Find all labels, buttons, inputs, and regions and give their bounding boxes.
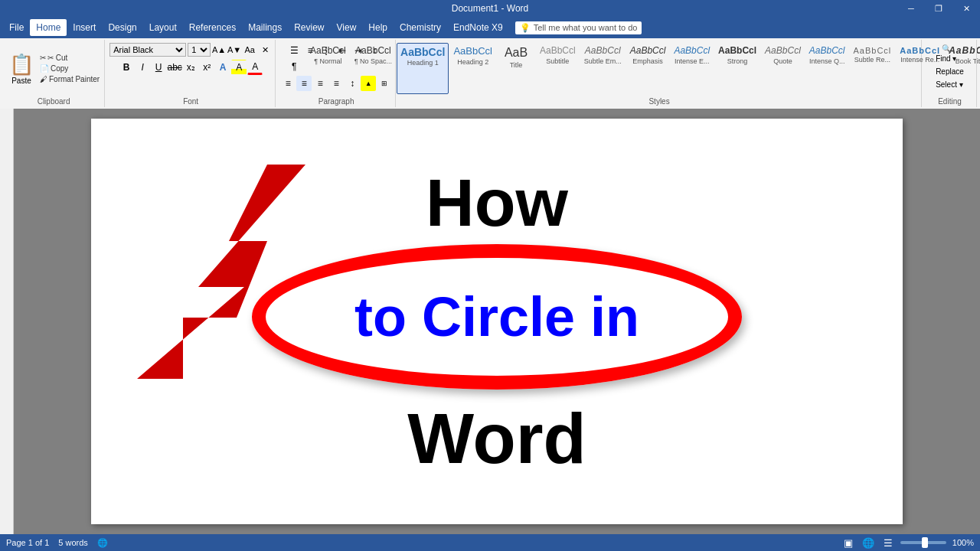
show-formatting-button[interactable]: ¶ [286,59,302,74]
ribbon: 📋 Paste ✂ ✂ Cut 📄 Copy 🖌 Format Painter [0,38,980,111]
increase-font-button[interactable]: A▲ [212,43,226,57]
find-button[interactable]: 🔍 Find ▾ [933,43,959,64]
font-color-button[interactable]: A [247,60,263,75]
font-label: Font [183,97,198,106]
restore-button[interactable]: ❐ [925,0,952,17]
style-no-spacing[interactable]: AaBbCcl ¶ No Spac... [351,43,396,94]
copy-button[interactable]: 📄 Copy [38,64,101,73]
paste-label: Paste [11,77,31,85]
print-layout-button[interactable]: ▣ [842,537,854,549]
font-size-selector[interactable]: 1 [188,43,211,57]
status-right: ▣ 🌐 ☰ 100% [842,537,974,549]
style-intense-quote[interactable]: AaBbCcl Intense Q... [805,43,849,94]
style-subtle-ref[interactable]: AaBbCcl Subtle Re... [849,43,895,94]
bullets-button[interactable]: ☰ [286,43,302,58]
word-text: Word [407,403,586,474]
style-emphasis[interactable]: AaBbCcl Emphasis [626,43,670,94]
language-icon: 🌐 [97,538,108,548]
zoom-level: 100% [952,538,974,547]
style-quote[interactable]: AaBbCcl Quote [761,43,805,94]
change-case-button[interactable]: Aa [243,43,256,57]
styles-group: AaBbCcl ¶ Normal AaBbCcl ¶ No Spac... Aa… [397,40,922,107]
minimize-button[interactable]: ─ [897,0,925,17]
paste-button[interactable]: 📋 Paste [6,51,37,86]
superscript-button[interactable]: x² [199,60,214,75]
menu-references[interactable]: References [183,19,242,36]
title-bar-text: Document1 - Word [452,3,528,14]
bold-button[interactable]: B [119,60,134,75]
page-indicator: Page 1 of 1 [6,538,49,547]
editing-label: Editing [938,97,962,106]
format-painter-icon: 🖌 [40,75,47,83]
style-strong[interactable]: AaBbCcl Strong [714,43,760,94]
editing-group: 🔍 Find ▾ Replace Select ▾ Editing [923,40,977,107]
menu-layout[interactable]: Layout [143,19,183,36]
zoom-slider[interactable] [900,541,946,544]
underline-button[interactable]: U [151,60,166,75]
menu-chemistry[interactable]: Chemistry [394,19,447,36]
menu-insert[interactable]: Insert [67,19,102,36]
word-count: 5 words [58,538,88,547]
document-area[interactable]: How to Circle in Word [14,109,980,534]
font-name-selector[interactable]: Arial Black [109,43,186,57]
clipboard-group: 📋 Paste ✂ ✂ Cut 📄 Copy 🖌 Format Painter [3,40,105,107]
italic-button[interactable]: I [135,60,150,75]
paste-icon: 📋 [9,53,34,77]
zoom-thumb [922,537,928,548]
subscript-button[interactable]: x₂ [183,60,198,75]
paragraph-label: Paragraph [318,97,354,106]
menu-bar: File Home Insert Design Layout Reference… [0,17,980,38]
text-effects-button[interactable]: A [215,60,230,75]
menu-endnote[interactable]: EndNote X9 [447,19,509,36]
close-button[interactable]: ✕ [952,0,980,17]
style-heading1[interactable]: AaBbCcl Heading 1 [397,43,449,94]
format-painter-button[interactable]: 🖌 Format Painter [38,74,101,84]
menu-design[interactable]: Design [102,19,142,36]
replace-button[interactable]: Replace [933,66,967,77]
menu-help[interactable]: Help [362,19,394,36]
style-normal[interactable]: AaBbCcl ¶ Normal [306,43,350,94]
style-title[interactable]: AaB Title [497,43,535,94]
how-text: How [426,169,568,236]
web-view-button[interactable]: 🌐 [861,537,876,549]
styles-label: Styles [648,97,669,106]
menu-mailings[interactable]: Mailings [242,19,288,36]
lightbulb-icon: 💡 [520,23,531,33]
left-sidebar [0,109,14,534]
text-highlight-button[interactable]: A [231,60,247,75]
align-left-button[interactable]: ≡ [280,76,296,91]
clear-formatting-button[interactable]: ✕ [258,43,272,57]
title-bar-controls: ─ ❐ ✕ [897,0,980,17]
menu-home[interactable]: Home [30,19,67,36]
style-subtle-em[interactable]: AaBbCcl Subtle Em... [580,43,626,94]
cut-icon: ✂ [40,54,46,62]
copy-icon: 📄 [40,64,49,73]
outline-view-button[interactable]: ☰ [882,537,894,549]
select-button[interactable]: Select ▾ [933,79,966,90]
font-group: Arial Black 1 A▲ A▼ Aa ✕ B I U abc x₂ [106,40,276,107]
title-bar: Document1 - Word ─ ❐ ✕ [0,0,980,17]
clipboard-label: Clipboard [38,97,70,106]
status-bar: Page 1 of 1 5 words 🌐 ▣ 🌐 ☰ 100% [0,534,980,551]
menu-file[interactable]: File [3,19,30,36]
clipboard-small-buttons: ✂ ✂ Cut 📄 Copy 🖌 Format Painter [38,53,101,84]
style-subtitle[interactable]: AaBbCcl Subtitle [536,43,580,94]
style-heading2[interactable]: AaBbCcl Heading 2 [449,43,496,94]
decrease-font-button[interactable]: A▼ [227,43,241,57]
strikethrough-button[interactable]: abc [167,60,182,75]
find-icon: 🔍 [942,44,951,53]
oval-container: to Circle in [252,244,742,390]
search-placeholder[interactable]: Tell me what you want to do [534,23,638,32]
page[interactable]: How to Circle in Word [91,119,903,524]
cut-button[interactable]: ✂ ✂ Cut [38,53,101,63]
style-intense-em[interactable]: AaBbCcl Intense E... [670,43,714,94]
circle-text: to Circle in [354,285,639,348]
menu-review[interactable]: Review [288,19,330,36]
menu-view[interactable]: View [331,19,363,36]
